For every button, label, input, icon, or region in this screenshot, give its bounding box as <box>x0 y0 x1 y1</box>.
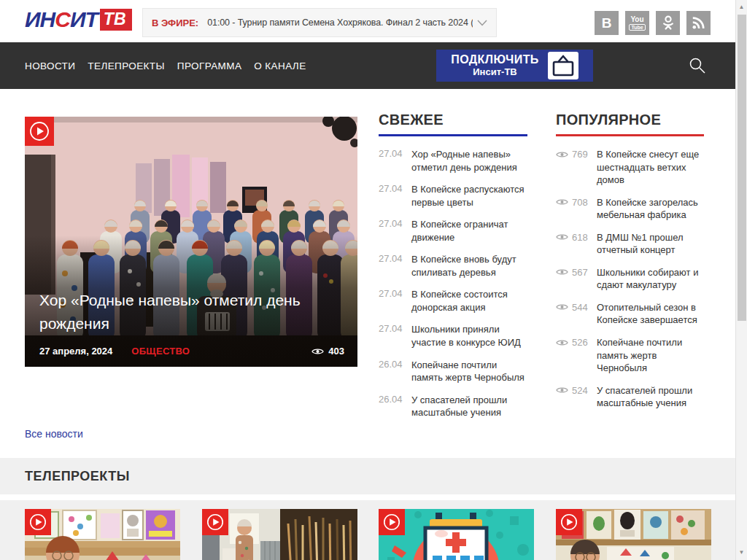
play-badge <box>379 509 405 535</box>
news-title: В Копейске ограничат движение <box>411 218 527 244</box>
featured-date: 27 апреля, 2024 <box>39 346 112 357</box>
featured-views: 403 <box>311 346 344 357</box>
tv-icon <box>548 52 578 79</box>
featured-meta: 27 апреля, 2024 ОБЩЕСТВО 403 <box>39 346 344 357</box>
nav-links: НОВОСТИ ТЕЛЕПРОЕКТЫ ПРОГРАММА О КАНАЛЕ <box>25 42 306 89</box>
youtube-icon: You Tube <box>629 16 645 31</box>
play-icon <box>28 513 47 532</box>
play-badge[interactable] <box>25 117 54 146</box>
news-list-item[interactable]: 26.04Копейчане почтили память жертв Черн… <box>379 359 527 384</box>
views-count: 544 <box>556 301 591 313</box>
news-title: Копейчане почтили память жертв Чернобыля <box>597 336 704 375</box>
popular-section-title: ПОПУЛЯРНОЕ <box>556 112 704 128</box>
youtube-button[interactable]: You Tube <box>625 11 649 35</box>
site-header: ИНСИТ ТВ В ЭФИРЕ: 01:00 - Турнир памяти … <box>0 0 735 42</box>
odnoklassniki-button[interactable] <box>656 11 680 35</box>
vk-button[interactable]: B <box>595 11 619 35</box>
chevron-down-icon <box>477 20 487 26</box>
news-title: В Копейске снесут еще шестнадцать ветхих… <box>597 148 704 187</box>
popular-list-item[interactable]: 544Отопительный сезон в Копейске заверша… <box>556 301 704 327</box>
section-divider <box>0 494 735 500</box>
news-date: 26.04 <box>379 359 406 384</box>
nav-item-program[interactable]: ПРОГРАММА <box>177 61 241 71</box>
eye-icon <box>311 347 324 356</box>
news-title: Школьники собирают и сдают макулатуру <box>597 266 704 292</box>
views-count: 526 <box>556 336 591 348</box>
eye-icon <box>556 150 568 159</box>
scrollbar-down-arrow[interactable]: ▼ <box>736 548 747 558</box>
news-list-item[interactable]: 27.04Хор «Родные напевы» отметил день ро… <box>379 148 527 174</box>
news-list-item[interactable]: 27.04В Копейске распускаются первые цвет… <box>379 183 527 209</box>
news-title: В ДМШ №1 прошел отчетный концерт <box>597 231 704 257</box>
page: ИНСИТ ТВ В ЭФИРЕ: 01:00 - Турнир памяти … <box>0 0 747 560</box>
all-news-link[interactable]: Все новости <box>25 428 83 440</box>
teleproject-video-card[interactable] <box>202 509 357 560</box>
featured-title: Хор «Родные напевы» отметил день рождени… <box>39 289 340 335</box>
scrollbar[interactable]: ▲ ▼ <box>735 0 747 560</box>
news-title: Отопительный сезон в Копейске завершаетс… <box>597 301 704 327</box>
connect-button-label: ПОДКЛЮЧИТЬ Инсит-ТВ <box>451 53 538 77</box>
play-badge <box>556 509 582 535</box>
teleprojects-section: ТЕЛЕПРОЕКТЫ <box>0 458 735 560</box>
news-title: У спасателей прошли масштабные учения <box>597 384 704 410</box>
featured-article[interactable]: Хор «Родные напевы» отметил день рождени… <box>25 117 357 367</box>
rss-icon <box>692 16 705 30</box>
teleproject-video-card[interactable] <box>379 509 534 560</box>
play-icon <box>28 120 50 142</box>
nav-item-about[interactable]: О КАНАЛЕ <box>254 61 306 71</box>
views-count: 618 <box>556 231 591 243</box>
news-title: Копейчане почтили память жертв Чернобыля <box>411 359 527 384</box>
eye-icon <box>556 233 568 241</box>
logo-text: ИНСИТ <box>25 9 98 31</box>
search-icon <box>688 56 707 75</box>
connect-insit-tv-button[interactable]: ПОДКЛЮЧИТЬ Инсит-ТВ <box>436 50 593 82</box>
views-count: 708 <box>556 196 591 208</box>
site-logo[interactable]: ИНСИТ ТВ <box>25 9 132 31</box>
logo-tv-badge: ТВ <box>100 9 132 31</box>
news-title: В Копейске состоится донорская акция <box>411 288 527 314</box>
eye-icon <box>556 303 568 311</box>
news-list-item[interactable]: 27.04Школьники приняли участие в конкурс… <box>379 323 527 349</box>
rss-button[interactable] <box>686 11 711 35</box>
news-date: 27.04 <box>379 288 406 314</box>
news-date: 27.04 <box>379 218 406 244</box>
popular-list-item[interactable]: 524У спасателей прошли масштабные учения <box>556 384 704 410</box>
social-links: B You Tube <box>595 11 711 35</box>
news-title: В Копейске вновь будут спиливать деревья <box>411 253 527 279</box>
views-count: 567 <box>556 266 591 278</box>
teleprojects-title: ТЕЛЕПРОЕКТЫ <box>25 469 130 484</box>
scrollbar-up-arrow[interactable]: ▲ <box>736 2 747 12</box>
nav-item-news[interactable]: НОВОСТИ <box>25 61 75 71</box>
popular-underline <box>556 134 704 136</box>
scrollbar-thumb[interactable] <box>738 15 746 321</box>
fresh-news-section: СВЕЖЕЕ 27.04Хор «Родные напевы» отметил … <box>379 112 527 429</box>
popular-news-list: 769В Копейске снесут еще шестнадцать вет… <box>556 148 704 410</box>
popular-list-item[interactable]: 618В ДМШ №1 прошел отчетный концерт <box>556 231 704 257</box>
play-badge <box>25 509 51 535</box>
nav-item-teleprojects[interactable]: ТЕЛЕПРОЕКТЫ <box>88 61 165 71</box>
search-button[interactable] <box>686 55 708 77</box>
popular-list-item[interactable]: 769В Копейске снесут еще шестнадцать вет… <box>556 148 704 187</box>
teleproject-video-card[interactable] <box>25 509 180 560</box>
news-date: 27.04 <box>379 183 406 209</box>
vk-icon: B <box>602 16 612 30</box>
popular-list-item[interactable]: 567Школьники собирают и сдают макулатуру <box>556 266 704 292</box>
news-list-item[interactable]: 27.04В Копейске вновь будут спиливать де… <box>379 253 527 279</box>
news-date: 27.04 <box>379 253 406 279</box>
featured-category[interactable]: ОБЩЕСТВО <box>131 346 190 357</box>
news-list-item[interactable]: 26.04У спасателей прошли масштабные учен… <box>379 394 527 419</box>
popular-list-item[interactable]: 526Копейчане почтили память жертв Черноб… <box>556 336 704 375</box>
fresh-news-list: 27.04Хор «Родные напевы» отметил день ро… <box>379 148 527 419</box>
eye-icon <box>556 338 568 347</box>
live-program-text: 01:00 - Турнир памяти Семена Хохрякова. … <box>207 18 473 28</box>
play-icon <box>560 513 578 532</box>
news-list-item[interactable]: 27.04В Копейске состоится донорская акци… <box>379 288 527 314</box>
news-list-item[interactable]: 27.04В Копейске ограничат движение <box>379 218 527 244</box>
live-broadcast-dropdown[interactable]: В ЭФИРЕ: 01:00 - Турнир памяти Семена Хо… <box>142 8 497 37</box>
popular-list-item[interactable]: 708В Копейске загорелась мебельная фабри… <box>556 196 704 222</box>
views-count: 769 <box>556 148 591 160</box>
odnoklassniki-icon <box>662 15 675 31</box>
teleproject-video-card[interactable] <box>556 509 711 560</box>
eye-icon <box>556 268 568 276</box>
play-icon <box>206 513 225 532</box>
